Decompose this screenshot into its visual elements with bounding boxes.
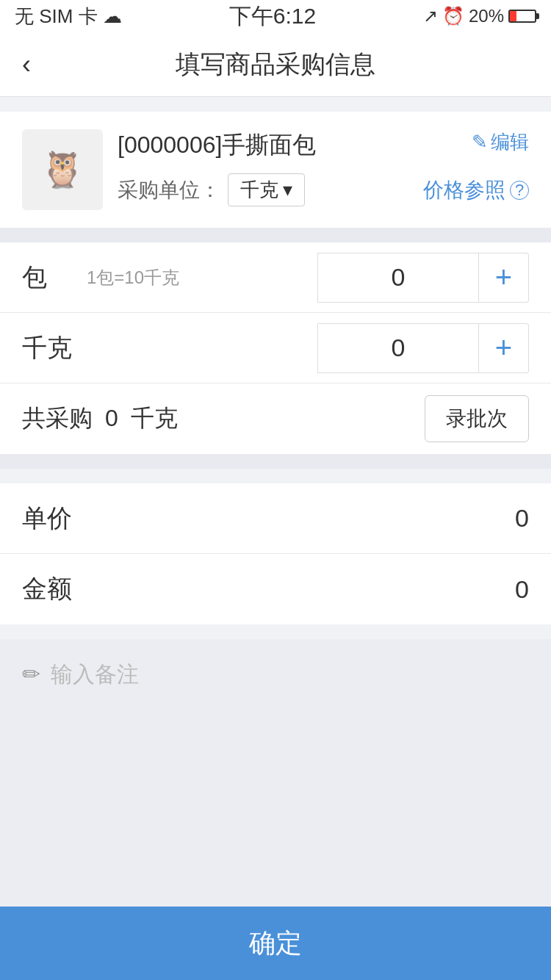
price-ref-label: 价格参照 bbox=[423, 176, 505, 204]
product-info: [0000006]手撕面包 ✎ 编辑 采购单位： 千克 ▾ 价格参照 ? bbox=[118, 129, 529, 206]
price-ref-help-icon: ? bbox=[510, 181, 529, 200]
unit-price-value: 0 bbox=[515, 504, 529, 533]
status-bar: 无 SIM 卡 ☁ 下午6:12 ↗ ⏰ 20% bbox=[0, 0, 551, 32]
amount-label: 金额 bbox=[22, 572, 72, 606]
bao-plus-button[interactable]: + bbox=[479, 253, 529, 303]
page-title: 填写商品采购信息 bbox=[176, 48, 375, 82]
kg-input-row: 千克 + bbox=[0, 313, 551, 383]
total-unit: 千克 bbox=[131, 405, 178, 431]
remark-section[interactable]: ✏ 输入备注 bbox=[0, 639, 551, 727]
product-title: 手撕面包 bbox=[222, 131, 316, 158]
product-logo-icon: 🦉 bbox=[40, 149, 84, 190]
product-card: 🦉 [0000006]手撕面包 ✎ 编辑 采购单位： 千克 ▾ 价格参照 ? bbox=[0, 112, 551, 228]
status-left: 无 SIM 卡 ☁ bbox=[15, 4, 122, 29]
kg-number-input[interactable] bbox=[317, 323, 479, 373]
status-right: ↗ ⏰ 20% bbox=[423, 6, 536, 26]
back-button[interactable]: ‹ bbox=[15, 42, 38, 87]
section-divider-1 bbox=[0, 228, 551, 242]
kg-label: 千克 bbox=[22, 331, 81, 365]
product-id: [0000006] bbox=[118, 131, 222, 158]
status-time: 下午6:12 bbox=[229, 1, 316, 32]
product-unit-row: 采购单位： 千克 ▾ 价格参照 ? bbox=[118, 173, 529, 206]
input-section: 包 1包=10千克 + 千克 + bbox=[0, 242, 551, 383]
confirm-button[interactable]: 确定 bbox=[0, 907, 551, 980]
dropdown-arrow-icon: ▾ bbox=[283, 179, 292, 201]
bao-sublabel: 1包=10千克 bbox=[87, 266, 179, 289]
detail-section: 单价 0 金额 0 bbox=[0, 483, 551, 624]
pencil-icon: ✏ bbox=[22, 661, 40, 687]
product-header: [0000006]手撕面包 ✎ 编辑 bbox=[118, 129, 529, 162]
amount-row: 金额 0 bbox=[0, 554, 551, 624]
battery-percent: 20% bbox=[469, 6, 504, 26]
bao-input-row: 包 1包=10千克 + bbox=[0, 242, 551, 313]
unit-price-label: 单价 bbox=[22, 502, 72, 536]
unit-label: 采购单位： bbox=[118, 176, 220, 204]
total-row: 共采购 0 千克 录批次 bbox=[0, 383, 551, 454]
product-name: [0000006]手撕面包 bbox=[118, 129, 316, 162]
product-image: 🦉 bbox=[22, 129, 103, 210]
edit-icon: ✎ bbox=[472, 131, 488, 154]
remark-placeholder: 输入备注 bbox=[51, 660, 139, 690]
unit-dropdown[interactable]: 千克 ▾ bbox=[228, 173, 305, 206]
batch-button[interactable]: 录批次 bbox=[425, 395, 529, 442]
unit-price-row: 单价 0 bbox=[0, 483, 551, 554]
unit-value: 千克 bbox=[240, 177, 278, 203]
bao-number-input[interactable] bbox=[317, 253, 479, 303]
alarm-icon: ⏰ bbox=[442, 6, 464, 26]
price-reference-button[interactable]: 价格参照 ? bbox=[423, 176, 529, 204]
bao-label: 包 bbox=[22, 261, 81, 295]
section-divider-2 bbox=[0, 454, 551, 469]
kg-plus-button[interactable]: + bbox=[479, 323, 529, 373]
nav-bar: ‹ 填写商品采购信息 bbox=[0, 32, 551, 97]
total-prefix: 共采购 bbox=[22, 405, 93, 431]
location-icon: ↗ bbox=[423, 6, 438, 26]
total-amount: 0 bbox=[105, 405, 118, 431]
edit-button[interactable]: ✎ 编辑 bbox=[472, 129, 529, 155]
battery-icon bbox=[508, 10, 536, 23]
total-text: 共采购 0 千克 bbox=[22, 403, 178, 435]
bao-input-right: + bbox=[317, 253, 529, 303]
no-sim-label: 无 SIM 卡 ☁ bbox=[15, 4, 122, 29]
amount-value: 0 bbox=[515, 575, 529, 604]
kg-input-right: + bbox=[317, 323, 529, 373]
